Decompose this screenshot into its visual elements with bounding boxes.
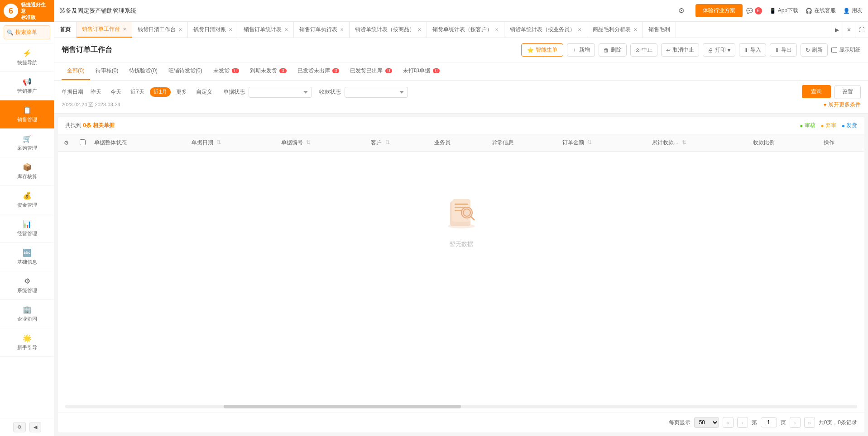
per-page-select[interactable]: 50 100 200 — [694, 417, 719, 428]
export-button[interactable]: ⬇ 导出 — [770, 43, 797, 57]
tab-close-cash-reconcile[interactable]: ✕ — [229, 27, 232, 32]
horizontal-scrollbar-thumb[interactable] — [224, 405, 461, 408]
date-opt-custom[interactable]: 自定义 — [192, 87, 216, 97]
tab-scroll-right[interactable]: ▶ — [831, 22, 843, 38]
quick-deliver-button[interactable]: ● 发货 — [842, 122, 857, 129]
sub-tab-not-printed[interactable]: 未打印单据 0 — [398, 62, 445, 80]
status-select[interactable] — [249, 87, 312, 98]
refresh-button[interactable]: ↻ 刷新 — [801, 43, 828, 57]
cancel-stop-button[interactable]: ↩ 取消中止 — [661, 43, 699, 57]
tab-sales-customer[interactable]: 销货单统计表（按客户） ✕ — [427, 22, 504, 38]
payment-select[interactable] — [345, 87, 408, 98]
sort-customer-icon: ⇅ — [385, 139, 390, 146]
app-download-action[interactable]: 📱 App下载 — [769, 7, 798, 14]
quick-audit-button[interactable]: ● 审核 — [800, 122, 815, 129]
query-button[interactable]: 查询 — [802, 85, 831, 98]
prev-page-button[interactable]: ‹ — [737, 417, 748, 428]
tab-close-sales-staff[interactable]: ✕ — [578, 27, 581, 32]
tab-cash-reconcile[interactable]: 钱货日清对账 ✕ — [188, 22, 238, 38]
sidebar-item-quicknav[interactable]: ⚡ 快捷导航 — [0, 43, 54, 72]
audit-dot-icon: ● — [800, 123, 803, 129]
sub-tab-all[interactable]: 全部(0) — [62, 62, 90, 80]
tab-product-margin[interactable]: 商品毛利分析表 ✕ — [587, 22, 643, 38]
message-action[interactable]: 💬 6 — [746, 7, 762, 14]
horizontal-scrollbar-track[interactable] — [65, 405, 857, 408]
th-number[interactable]: 单据编号 ⇅ — [278, 134, 367, 152]
tab-sales-product[interactable]: 销货单统计表（按商品） ✕ — [350, 22, 427, 38]
sidebar-item-enterprise[interactable]: 🏢 企业协同 — [0, 300, 54, 328]
date-opt-7days[interactable]: 近7天 — [127, 87, 148, 97]
expand-filter-button[interactable]: ▾ 展开更多条件 — [824, 101, 861, 109]
sidebar-item-sales[interactable]: 📋 销售管理 — [0, 100, 54, 129]
tab-close-all[interactable]: ✕ — [843, 22, 855, 38]
show-detail-checkbox-label[interactable]: 显示明细 — [831, 46, 861, 54]
tab-close-sales-product[interactable]: ✕ — [417, 27, 421, 32]
add-button[interactable]: ＋ 新增 — [567, 43, 595, 57]
sub-tab-wangpu[interactable]: 旺铺待发货(0) — [163, 62, 208, 80]
print-button[interactable]: 🖨 打印 ▾ — [703, 43, 735, 57]
tab-close-sales-customer[interactable]: ✕ — [495, 27, 499, 32]
sub-tab-not-delivered[interactable]: 未发货 0 — [208, 62, 245, 80]
tab-sales-stat[interactable]: 销售订单统计表 ✕ — [238, 22, 294, 38]
online-service-action[interactable]: 🎧 在线客服 — [806, 7, 836, 14]
quick-unaudit-button[interactable]: ● 弃审 — [821, 122, 836, 129]
import-button[interactable]: ⬆ 导入 — [739, 43, 766, 57]
tab-maximize[interactable]: ⛶ — [855, 22, 868, 38]
sidebar-item-marketing[interactable]: 📢 营销推广 — [0, 72, 54, 100]
set-button[interactable]: 设置 — [834, 85, 861, 99]
header-gear-icon[interactable]: ⚙ — [678, 6, 685, 15]
app-name: 畅捷通好生意 标准版 — [21, 1, 50, 21]
smart-create-button[interactable]: ⭐ 智能生单 — [521, 43, 563, 57]
page-number-input[interactable] — [761, 417, 777, 427]
tab-money-clear[interactable]: 钱货日清工作台 ✕ — [132, 22, 188, 38]
sidebar-item-system[interactable]: ⚙ 系统管理 — [0, 271, 54, 300]
sidebar-item-inventory[interactable]: 📦 库存核算 — [0, 157, 54, 186]
user-action[interactable]: 👤 用友 — [843, 7, 863, 14]
th-amount[interactable]: 订单金额 ⇅ — [559, 134, 648, 152]
tab-close-product-margin[interactable]: ✕ — [633, 27, 637, 32]
th-received[interactable]: 累计收款... ⇅ — [648, 134, 749, 152]
orders-table: ⚙ 单据整体状态 单据日期 ⇅ 单据编号 ⇅ — [58, 134, 864, 284]
sidebar-item-newbie[interactable]: 🌟 新手引导 — [0, 328, 54, 357]
sidebar-item-finance[interactable]: 💰 资金管理 — [0, 186, 54, 214]
show-detail-checkbox[interactable] — [831, 47, 837, 53]
sidebar-item-purchase[interactable]: 🛒 采购管理 — [0, 129, 54, 157]
first-page-button[interactable]: « — [723, 417, 734, 428]
th-checkbox[interactable] — [74, 134, 91, 152]
sub-tab-delivered-out[interactable]: 已发货已出库 0 — [345, 62, 398, 80]
sub-tab-delivered-no-out[interactable]: 已发货未出库 0 — [292, 62, 345, 80]
search-menu-button[interactable]: 🔍 搜索菜单 — [4, 25, 50, 39]
last-page-button[interactable]: » — [804, 417, 815, 428]
tab-close-sales-stat[interactable]: ✕ — [284, 27, 288, 32]
table-body: 暂无数据 — [58, 152, 864, 285]
industry-solution-button[interactable]: 体验行业方案 — [695, 4, 743, 17]
select-all-checkbox[interactable] — [80, 139, 86, 145]
tab-sales-exec[interactable]: 销售订单执行表 ✕ — [294, 22, 350, 38]
collapse-button[interactable]: ◀ — [29, 422, 41, 432]
tab-sales-staff[interactable]: 销货单统计表（按业务员） ✕ — [504, 22, 587, 38]
tab-close-sales-order[interactable]: ✕ — [123, 27, 126, 32]
settings-button[interactable]: ⚙ — [13, 422, 26, 432]
th-settings[interactable]: ⚙ — [58, 134, 74, 152]
sidebar-item-basic[interactable]: 🔤 基础信息 — [0, 243, 54, 271]
th-customer[interactable]: 客户 ⇅ — [367, 134, 431, 152]
sidebar-item-operations[interactable]: 📊 经营管理 — [0, 214, 54, 243]
stop-button[interactable]: ⊘ 中止 — [630, 43, 657, 57]
delivered-no-out-badge: 0 — [332, 68, 340, 73]
svg-line-8 — [471, 217, 474, 220]
sub-tab-overdue[interactable]: 到期未发货 0 — [245, 62, 292, 80]
date-opt-today[interactable]: 今天 — [107, 87, 125, 97]
date-opt-1month[interactable]: 近1月 — [150, 87, 171, 97]
tab-close-sales-exec[interactable]: ✕ — [340, 27, 344, 32]
delete-button[interactable]: 🗑 删除 — [599, 43, 627, 57]
date-opt-yesterday[interactable]: 昨天 — [87, 87, 105, 97]
th-date[interactable]: 单据日期 ⇅ — [188, 134, 278, 152]
tab-close-money-clear[interactable]: ✕ — [178, 27, 182, 32]
date-opt-more[interactable]: 更多 — [173, 87, 191, 97]
sub-tab-pending-check[interactable]: 待拣验货(0) — [124, 62, 163, 80]
sub-tab-pending[interactable]: 待审核(0) — [90, 62, 124, 80]
tab-home[interactable]: 首页 — [54, 22, 77, 38]
next-page-button[interactable]: › — [790, 417, 801, 428]
tab-sales-order[interactable]: 销售订单工作台 ✕ — [77, 22, 132, 38]
tab-sales-more[interactable]: 销售毛利 — [643, 22, 676, 38]
